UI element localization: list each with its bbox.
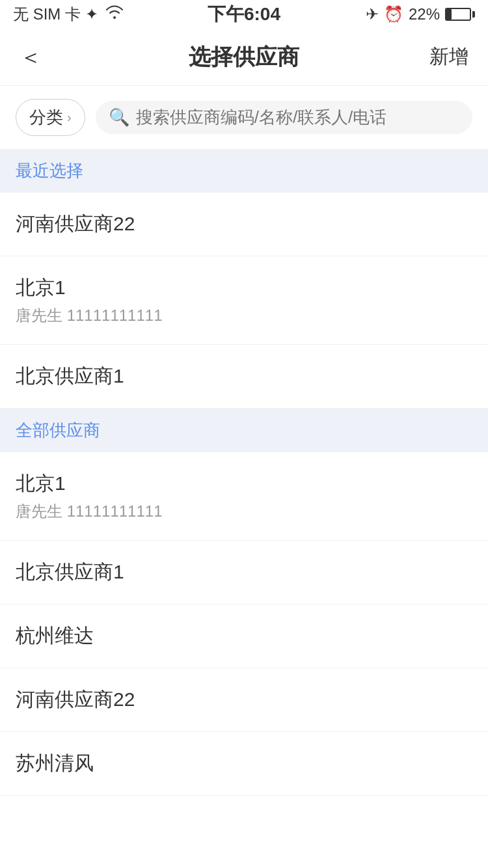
- recent-section-label: 最近选择: [16, 161, 83, 180]
- status-right: ✈ ⏰ 22%: [366, 5, 475, 23]
- alarm-icon: ⏰: [384, 5, 403, 23]
- list-item[interactable]: 北京1 唐先生 11111111111: [0, 256, 488, 345]
- all-items-list: 北京1 唐先生 11111111111 北京供应商1 杭州维达 河南供应商22 …: [0, 452, 488, 796]
- category-button[interactable]: 分类 ›: [16, 99, 85, 136]
- status-time: 下午6:04: [208, 2, 280, 27]
- all-section-header: 全部供应商: [0, 409, 488, 452]
- recent-items-list: 河南供应商22 北京1 唐先生 11111111111 北京供应商1: [0, 193, 488, 409]
- chevron-right-icon: ›: [67, 110, 72, 125]
- location-icon: ✈: [366, 5, 379, 23]
- nav-bar: ＜ 选择供应商 新增: [0, 29, 488, 86]
- item-name: 北京1: [16, 275, 472, 301]
- search-area: 分类 › 🔍: [0, 86, 488, 149]
- list-item[interactable]: 北京供应商1: [0, 541, 488, 604]
- search-input[interactable]: [136, 107, 459, 128]
- item-sub: 唐先生 11111111111: [16, 501, 472, 522]
- wifi-icon: [105, 5, 124, 23]
- list-item[interactable]: 北京1 唐先生 11111111111: [0, 452, 488, 541]
- list-item[interactable]: 北京供应商1: [0, 345, 488, 409]
- add-button[interactable]: 新增: [429, 44, 468, 70]
- list-item[interactable]: 杭州维达: [0, 604, 488, 668]
- status-left: 无 SIM 卡 ✦: [13, 4, 124, 25]
- page-title: 选择供应商: [189, 42, 299, 72]
- item-name: 北京供应商1: [16, 363, 472, 390]
- all-section-label: 全部供应商: [16, 420, 100, 440]
- battery-label: 22%: [409, 5, 440, 23]
- item-sub: 唐先生 11111111111: [16, 305, 472, 326]
- recent-section-header: 最近选择: [0, 149, 488, 193]
- list-item[interactable]: 河南供应商22: [0, 668, 488, 732]
- search-icon: 🔍: [109, 107, 129, 128]
- search-input-wrap[interactable]: 🔍: [96, 101, 472, 134]
- battery-icon: [445, 8, 475, 21]
- back-button[interactable]: ＜: [20, 42, 59, 72]
- item-name: 苏州清风: [16, 750, 472, 777]
- item-name: 河南供应商22: [16, 211, 472, 237]
- item-name: 北京供应商1: [16, 559, 472, 586]
- status-bar: 无 SIM 卡 ✦ 下午6:04 ✈ ⏰ 22%: [0, 0, 488, 29]
- category-label: 分类: [29, 106, 63, 129]
- item-name: 杭州维达: [16, 623, 472, 649]
- no-sim-label: 无 SIM 卡 ✦: [13, 4, 98, 25]
- item-name: 河南供应商22: [16, 686, 472, 713]
- list-item[interactable]: 苏州清风: [0, 732, 488, 796]
- item-name: 北京1: [16, 470, 472, 497]
- list-item[interactable]: 河南供应商22: [0, 193, 488, 256]
